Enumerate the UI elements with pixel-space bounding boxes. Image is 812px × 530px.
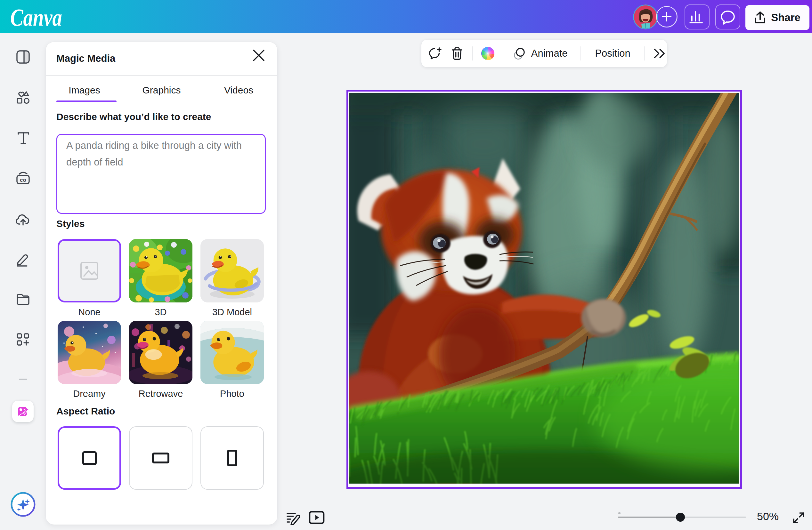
svg-text:co: co — [20, 177, 26, 183]
svg-text:Canva: Canva — [10, 4, 62, 31]
